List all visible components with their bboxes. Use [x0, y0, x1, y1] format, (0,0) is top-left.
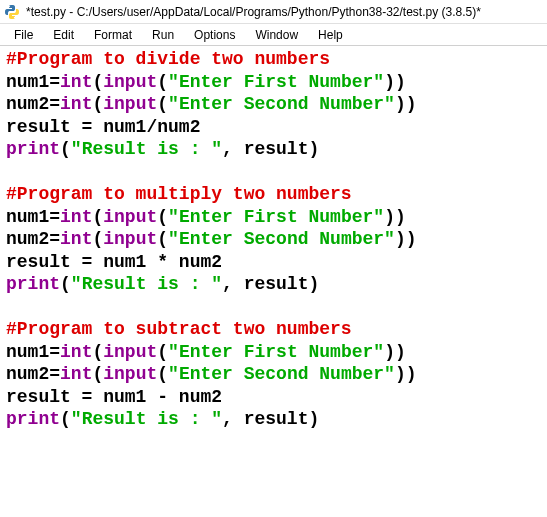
- menu-edit[interactable]: Edit: [43, 26, 84, 44]
- code-line: print("Result is : ", result): [6, 138, 541, 161]
- code-line: num1=int(input("Enter First Number")): [6, 206, 541, 229]
- blank-line: [6, 161, 541, 184]
- code-editor[interactable]: #Program to divide two numbersnum1=int(i…: [0, 46, 547, 433]
- svg-point-0: [9, 6, 10, 7]
- menu-window[interactable]: Window: [245, 26, 308, 44]
- blank-line: [6, 296, 541, 319]
- titlebar: *test.py - C:/Users/user/AppData/Local/P…: [0, 0, 547, 24]
- menubar: File Edit Format Run Options Window Help: [0, 24, 547, 46]
- code-line: num2=int(input("Enter Second Number")): [6, 363, 541, 386]
- svg-point-1: [14, 16, 15, 17]
- code-line: num1=int(input("Enter First Number")): [6, 71, 541, 94]
- window-title: *test.py - C:/Users/user/AppData/Local/P…: [26, 5, 481, 19]
- menu-run[interactable]: Run: [142, 26, 184, 44]
- code-line: result = num1/num2: [6, 116, 541, 139]
- code-line: print("Result is : ", result): [6, 273, 541, 296]
- code-line: #Program to subtract two numbers: [6, 318, 541, 341]
- python-icon: [4, 4, 20, 20]
- code-line: num1=int(input("Enter First Number")): [6, 341, 541, 364]
- code-line: result = num1 - num2: [6, 386, 541, 409]
- menu-help[interactable]: Help: [308, 26, 353, 44]
- code-line: #Program to multiply two numbers: [6, 183, 541, 206]
- code-line: num2=int(input("Enter Second Number")): [6, 93, 541, 116]
- code-line: num2=int(input("Enter Second Number")): [6, 228, 541, 251]
- menu-format[interactable]: Format: [84, 26, 142, 44]
- code-line: result = num1 * num2: [6, 251, 541, 274]
- code-line: #Program to divide two numbers: [6, 48, 541, 71]
- menu-options[interactable]: Options: [184, 26, 245, 44]
- code-line: print("Result is : ", result): [6, 408, 541, 431]
- menu-file[interactable]: File: [4, 26, 43, 44]
